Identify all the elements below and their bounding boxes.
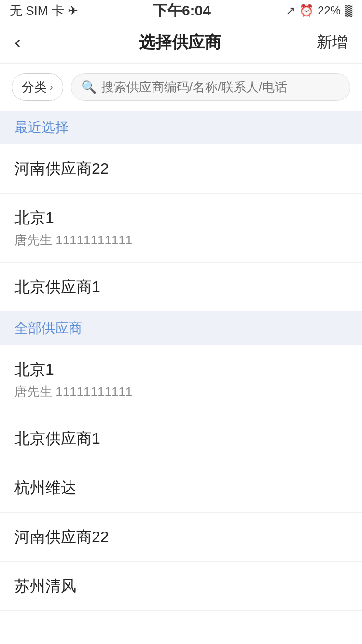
- item-sub: 唐先生 11111111111: [14, 383, 348, 400]
- item-name: 北京1: [14, 207, 348, 229]
- item-name: 河南供应商22: [14, 526, 348, 548]
- add-button[interactable]: 新增: [317, 32, 348, 53]
- list-item[interactable]: 河南供应商22: [0, 513, 362, 562]
- category-label: 分类: [22, 79, 47, 96]
- list-item[interactable]: 河南供应商22: [0, 144, 362, 194]
- back-button[interactable]: ‹: [14, 31, 43, 53]
- item-name: 北京供应商1: [14, 428, 348, 449]
- status-bar: 无 SIM 卡 ✈ 下午6:04 ↗ ⏰ 22% ▓: [0, 0, 362, 21]
- status-right: ↗ ⏰ 22% ▓: [286, 4, 352, 17]
- item-sub: 唐先生 11111111111: [14, 232, 348, 249]
- alarm-icon: ⏰: [299, 4, 314, 17]
- recent-list: 河南供应商22北京1唐先生 11111111111北京供应商1: [0, 144, 362, 311]
- filter-bar: 分类 › 🔍: [0, 64, 362, 111]
- battery-icon: ▓: [345, 4, 352, 17]
- list-item[interactable]: 北京1唐先生 11111111111: [0, 194, 362, 263]
- item-name: 北京供应商1: [14, 276, 348, 298]
- page-title: 选择供应商: [139, 31, 221, 54]
- search-icon: 🔍: [81, 80, 97, 95]
- item-name: 北京1: [14, 359, 348, 380]
- recent-section-header: 最近选择: [0, 111, 362, 144]
- search-input[interactable]: [101, 80, 340, 95]
- list-item[interactable]: 杭州维达: [0, 463, 362, 513]
- list-item[interactable]: 苏州清风: [0, 562, 362, 611]
- item-name: 杭州维达: [14, 477, 348, 499]
- chevron-right-icon: ›: [50, 82, 53, 93]
- status-left: 无 SIM 卡 ✈: [10, 2, 78, 19]
- status-time: 下午6:04: [153, 1, 211, 21]
- all-list: 北京1唐先生 11111111111北京供应商1杭州维达河南供应商22苏州清风: [0, 345, 362, 611]
- list-item[interactable]: 北京供应商1: [0, 414, 362, 463]
- list-item[interactable]: 北京1唐先生 11111111111: [0, 345, 362, 414]
- all-section-header: 全部供应商: [0, 311, 362, 345]
- sim-status: 无 SIM 卡 ✈: [10, 2, 78, 19]
- item-name: 苏州清风: [14, 575, 348, 597]
- location-icon: ↗: [286, 4, 295, 17]
- search-box: 🔍: [71, 73, 350, 101]
- battery-level: 22%: [318, 4, 341, 17]
- nav-bar: ‹ 选择供应商 新增: [0, 21, 362, 64]
- list-item[interactable]: 北京供应商1: [0, 263, 362, 312]
- item-name: 河南供应商22: [14, 158, 348, 180]
- category-filter[interactable]: 分类 ›: [12, 73, 63, 101]
